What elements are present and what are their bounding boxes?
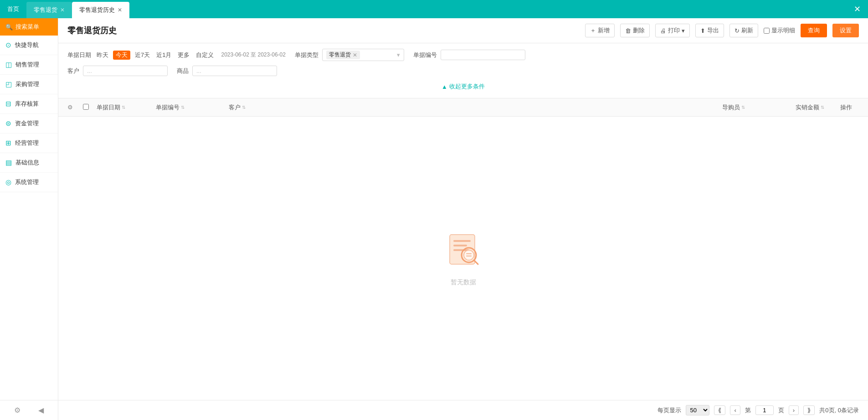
table-select-all[interactable]: [78, 104, 93, 111]
query-button[interactable]: 查询: [801, 24, 827, 37]
display-detail-checkbox[interactable]: [764, 28, 770, 34]
purchase-icon: ◰: [5, 80, 12, 88]
th-bill-date[interactable]: 单据日期 ⇅: [93, 103, 152, 112]
customer-input[interactable]: [83, 66, 168, 76]
date-opt-1month[interactable]: 近1月: [154, 51, 173, 60]
delete-icon: 🗑: [625, 27, 631, 34]
th-customer[interactable]: 客户 ⇅: [225, 103, 719, 112]
filter-bill-no: 单据编号: [413, 50, 525, 60]
th-amount[interactable]: 实销金额 ⇅: [773, 103, 828, 112]
sidebar-item-quick-nav-label: 快捷导航: [15, 41, 39, 49]
sidebar-search-label: 搜索菜单: [15, 23, 39, 31]
sidebar-search[interactable]: 🔍 搜索菜单: [0, 18, 58, 36]
refresh-button[interactable]: ↻ 刷新: [729, 24, 758, 37]
empty-illustration: [441, 230, 486, 271]
date-opt-today[interactable]: 今天: [113, 51, 130, 60]
sidebar-item-sales[interactable]: ◫ 销售管理: [0, 55, 58, 75]
tab-retail-return-history[interactable]: 零售退货历史 ✕: [72, 2, 129, 18]
bill-type-select[interactable]: 零售退货 ✕ ▾: [322, 49, 404, 61]
th-guide-label: 导购员: [722, 103, 740, 112]
bill-no-input[interactable]: [441, 50, 525, 60]
th-amount-sort: ⇅: [821, 105, 824, 110]
tab-retail-return-close[interactable]: ✕: [60, 7, 65, 13]
date-opt-yesterday[interactable]: 昨天: [95, 51, 110, 60]
sidebar-item-quick-nav[interactable]: ⊙ 快捷导航: [0, 36, 58, 55]
th-guide[interactable]: 导购员 ⇅: [719, 103, 773, 112]
th-bill-no[interactable]: 单据编号 ⇅: [152, 103, 225, 112]
refresh-icon: ↻: [734, 27, 740, 34]
table-header: ⚙ 单据日期 ⇅ 单据编号 ⇅ 客户 ⇅ 导购员 ⇅: [58, 98, 868, 117]
pagination-bar: 每页显示 10 20 50 100 ⟪ ‹ 第 页 › ⟫ 共0页, 0条记录: [58, 400, 868, 420]
sidebar: 🔍 搜索菜单 ⊙ 快捷导航 ◫ 销售管理 ◰ 采购管理 ⊟ 库存核算 ⊜ 资金管…: [0, 18, 58, 420]
filter-row-1: 单据日期 昨天 今天 近7天 近1月 更多 自定义 2023-06-02 至 2…: [67, 49, 859, 61]
finance-icon: ⊜: [5, 119, 11, 128]
display-detail-toggle[interactable]: 显示明细: [764, 26, 795, 35]
bill-type-tag: 零售退货 ✕: [326, 51, 360, 59]
select-all-checkbox[interactable]: [83, 104, 89, 110]
date-opt-more[interactable]: 更多: [176, 51, 191, 60]
display-detail-label: 显示明细: [771, 26, 795, 35]
sidebar-item-operation-label: 经营管理: [15, 139, 39, 147]
table-settings-icon[interactable]: ⚙: [62, 104, 78, 111]
collapse-sidebar-icon[interactable]: ◀: [38, 406, 44, 415]
prev-page-button[interactable]: ‹: [730, 405, 740, 415]
sidebar-item-finance-label: 资金管理: [15, 119, 39, 128]
delete-button[interactable]: 🗑 删除: [620, 24, 650, 37]
filter-customer: 客户: [67, 66, 168, 76]
page-number-input[interactable]: [755, 405, 774, 415]
page-header: 零售退货历史 ＋ 新增 🗑 删除 🖨 打印 ▾ ⬆ 导出: [58, 18, 868, 43]
sidebar-item-purchase[interactable]: ◰ 采购管理: [0, 75, 58, 94]
setting-button[interactable]: 设置: [832, 24, 859, 37]
sidebar-item-system-label: 系统管理: [15, 178, 39, 186]
sidebar-item-basic-info[interactable]: ▤ 基础信息: [0, 153, 58, 173]
collapse-button[interactable]: ▲ 收起更多条件: [442, 81, 485, 92]
goods-input[interactable]: [192, 66, 277, 76]
tab-home[interactable]: 首页: [0, 0, 26, 18]
print-label: 打印: [668, 26, 680, 35]
bill-type-label: 单据类型: [295, 51, 318, 59]
th-guide-sort: ⇅: [741, 105, 745, 110]
tab-retail-return-history-close[interactable]: ✕: [118, 7, 122, 13]
filter-area: 单据日期 昨天 今天 近7天 近1月 更多 自定义 2023-06-02 至 2…: [58, 43, 868, 98]
th-bill-date-label: 单据日期: [97, 103, 120, 112]
tab-retail-return-label: 零售退货: [34, 6, 57, 14]
th-bill-date-sort: ⇅: [122, 105, 125, 110]
tab-home-label: 首页: [7, 5, 19, 13]
bill-no-label: 单据编号: [413, 51, 437, 59]
sidebar-item-inventory[interactable]: ⊟ 库存核算: [0, 94, 58, 114]
bill-type-tag-close[interactable]: ✕: [353, 52, 357, 58]
sidebar-item-system[interactable]: ◎ 系统管理: [0, 173, 58, 192]
next-page-button[interactable]: ›: [789, 405, 799, 415]
per-page-select[interactable]: 10 20 50 100: [686, 405, 709, 415]
sidebar-item-finance[interactable]: ⊜ 资金管理: [0, 114, 58, 133]
window-close-button[interactable]: ✕: [847, 0, 868, 18]
export-button[interactable]: ⬆ 导出: [695, 24, 724, 37]
page-label: 第: [745, 406, 751, 415]
th-action: 操作: [828, 103, 864, 112]
bill-type-dropdown-icon: ▾: [397, 51, 400, 58]
date-opt-7days[interactable]: 近7天: [133, 51, 152, 60]
inventory-icon: ⊟: [5, 100, 11, 108]
search-icon: 🔍: [5, 24, 13, 31]
new-button[interactable]: ＋ 新增: [585, 24, 615, 37]
operation-icon: ⊞: [5, 139, 11, 147]
empty-state: 暂无数据: [58, 117, 868, 400]
sidebar-item-basic-info-label: 基础信息: [15, 159, 39, 167]
print-button[interactable]: 🖨 打印 ▾: [655, 24, 690, 37]
total-text: 共0页, 0条记录: [819, 406, 859, 415]
last-page-button[interactable]: ⟫: [803, 405, 815, 415]
tab-retail-return[interactable]: 零售退货 ✕: [26, 2, 72, 18]
collapse-label: 收起更多条件: [449, 82, 485, 91]
date-range-display: 2023-06-02 至 2023-06-02: [221, 51, 285, 59]
sales-icon: ◫: [5, 61, 12, 69]
print-dropdown-icon: ▾: [682, 27, 685, 34]
print-icon: 🖨: [660, 27, 666, 34]
quick-nav-icon: ⊙: [5, 41, 11, 49]
svg-rect-1: [453, 240, 471, 242]
sidebar-item-operation[interactable]: ⊞ 经营管理: [0, 133, 58, 153]
date-opt-custom[interactable]: 自定义: [194, 51, 216, 60]
collapse-up-icon: ▲: [442, 83, 447, 90]
first-page-button[interactable]: ⟪: [714, 405, 725, 415]
settings-icon[interactable]: ⚙: [14, 406, 21, 415]
table-area: ⚙ 单据日期 ⇅ 单据编号 ⇅ 客户 ⇅ 导购员 ⇅: [58, 98, 868, 400]
